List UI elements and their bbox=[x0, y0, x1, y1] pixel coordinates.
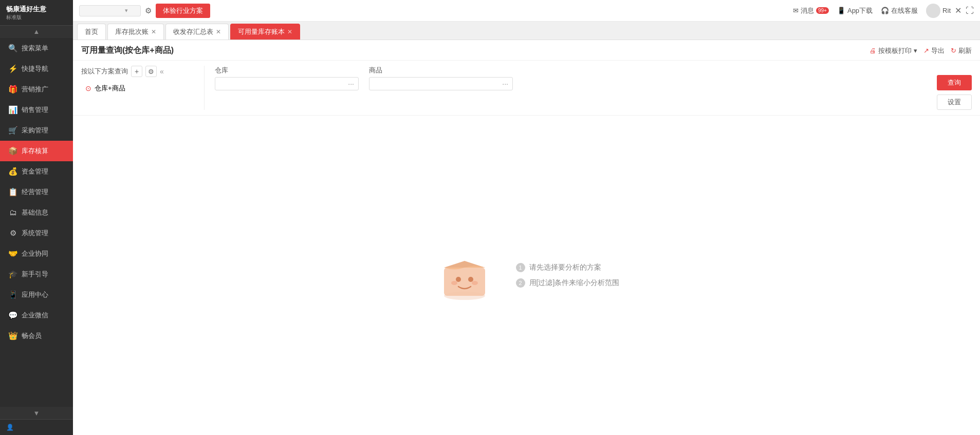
sidebar-item-wechat[interactable]: 💬 企业微信 bbox=[0, 305, 73, 326]
scheme-label: 仓库+商品 bbox=[95, 84, 125, 93]
sidebar-item-enterprise[interactable]: 🤝 企业协同 bbox=[0, 243, 73, 264]
tab-available[interactable]: 可用量库存账本 ✕ bbox=[230, 24, 300, 40]
system-icon: ⚙ bbox=[8, 229, 17, 238]
tab-summary-close[interactable]: ✕ bbox=[216, 29, 221, 35]
filter-add-button[interactable]: + bbox=[131, 66, 142, 77]
member-icon: 👑 bbox=[8, 331, 17, 341]
purchase-icon: 🛒 bbox=[8, 126, 17, 135]
tab-home[interactable]: 首页 bbox=[77, 24, 106, 40]
page-actions: 🖨 按模板打印 ▾ ↗ 导出 ↻ 刷新 bbox=[870, 46, 972, 55]
sidebar-item-label: 系统管理 bbox=[22, 229, 48, 238]
sidebar-item-label: 基础信息 bbox=[22, 208, 48, 217]
warehouse-input-box[interactable]: ··· bbox=[215, 77, 359, 90]
app-label: App下载 bbox=[847, 6, 873, 15]
topbar-right: ✉ 消息 99+ 📱 App下载 🎧 在线客服 Rit bbox=[793, 4, 951, 18]
filter-collapse-button[interactable]: « bbox=[160, 67, 164, 75]
warehouse-field-label: 仓库 bbox=[215, 66, 359, 75]
empty-tips: 1 请先选择要分析的方案 2 用[过滤]条件来缩小分析范围 bbox=[516, 263, 620, 288]
user-name: Rit bbox=[942, 7, 951, 14]
sidebar-item-inventory[interactable]: 📦 库存核算 bbox=[0, 141, 73, 161]
sidebar-item-label: 畅会员 bbox=[22, 331, 42, 341]
user-profile[interactable]: Rit bbox=[926, 4, 951, 18]
goods-more-icon[interactable]: ··· bbox=[502, 80, 508, 88]
print-button[interactable]: 🖨 按模板打印 ▾ bbox=[870, 46, 917, 55]
empty-tip-1: 1 请先选择要分析的方案 bbox=[516, 263, 620, 272]
app-download-button[interactable]: 📱 App下载 bbox=[837, 6, 873, 15]
window-expand-button[interactable]: ⛶ bbox=[966, 6, 974, 15]
sidebar-item-purchase[interactable]: 🛒 采购管理 bbox=[0, 120, 73, 141]
sidebar-item-system[interactable]: ⚙ 系统管理 bbox=[0, 223, 73, 243]
tab-summary[interactable]: 收发存汇总表 ✕ bbox=[165, 24, 229, 40]
tab-available-close[interactable]: ✕ bbox=[287, 29, 292, 35]
service-icon: 🎧 bbox=[881, 7, 889, 14]
enterprise-icon: 🤝 bbox=[8, 249, 17, 258]
window-close-button[interactable]: ✕ bbox=[955, 6, 961, 15]
tab-batch-close[interactable]: ✕ bbox=[151, 29, 156, 35]
sidebar-item-label: 应用中心 bbox=[22, 290, 48, 299]
message-button[interactable]: ✉ 消息 99+ bbox=[793, 6, 829, 15]
sidebar-item-guide[interactable]: 🎓 新手引导 bbox=[0, 264, 73, 285]
print-chevron-icon: ▾ bbox=[914, 47, 917, 54]
sidebar-scroll-up[interactable]: ▲ bbox=[0, 26, 73, 38]
refresh-button[interactable]: ↻ 刷新 bbox=[951, 46, 972, 55]
filter-label: 按以下方案查询 + ⚙ « bbox=[81, 66, 198, 77]
sales-icon: 📊 bbox=[8, 105, 17, 115]
empty-state: 1 请先选择要分析的方案 2 用[过滤]条件来缩小分析范围 bbox=[73, 116, 980, 435]
finance-icon: 💰 bbox=[8, 167, 17, 176]
sidebar-item-label: 企业协同 bbox=[22, 249, 48, 258]
sidebar-item-basic[interactable]: 🗂 基础信息 bbox=[0, 202, 73, 223]
guide-icon: 🎓 bbox=[8, 270, 17, 279]
online-service-button[interactable]: 🎧 在线客服 bbox=[881, 6, 918, 15]
logo-sub: 标准版 bbox=[6, 14, 67, 21]
sidebar-scroll-down[interactable]: ▼ bbox=[0, 407, 73, 419]
goods-input[interactable] bbox=[374, 80, 502, 88]
sidebar-item-search[interactable]: 🔍 搜索菜单 bbox=[0, 38, 73, 59]
sidebar-item-label: 新手引导 bbox=[22, 270, 48, 279]
tab-available-label: 可用量库存账本 bbox=[238, 27, 285, 36]
sidebar: 畅康通好生意 标准版 ▲ 🔍 搜索菜单 ⚡ 快捷导航 🎁 营销推广 📊 销售管理… bbox=[0, 0, 73, 435]
chevron-down-icon[interactable]: ▾ bbox=[125, 7, 128, 14]
tab-batch[interactable]: 库存批次账 ✕ bbox=[107, 24, 164, 40]
tip-num-2: 2 bbox=[516, 278, 525, 288]
sidebar-item-label: 库存核算 bbox=[22, 146, 48, 156]
tip-text-2: 用[过滤]条件来缩小分析范围 bbox=[529, 278, 620, 288]
sidebar-item-label: 快捷导航 bbox=[22, 64, 48, 73]
gear-icon[interactable]: ⚙ bbox=[145, 6, 152, 15]
export-button[interactable]: ↗ 导出 bbox=[923, 46, 945, 55]
topbar-search-input[interactable] bbox=[84, 7, 125, 14]
scheme-icon: ⊙ bbox=[85, 84, 91, 92]
sidebar-item-finance[interactable]: 💰 资金管理 bbox=[0, 161, 73, 182]
topbar: ▾ ⚙ 体验行业方案 ✉ 消息 99+ 📱 App下载 🎧 在线客服 Rit ✕ bbox=[73, 0, 980, 22]
svg-point-5 bbox=[472, 281, 478, 285]
export-label: 导出 bbox=[931, 46, 945, 55]
sidebar-item-label: 销售管理 bbox=[22, 105, 48, 115]
refresh-icon: ↻ bbox=[951, 47, 956, 54]
sidebar-item-operation[interactable]: 📋 经营管理 bbox=[0, 182, 73, 202]
filter-scheme-item[interactable]: ⊙ 仓库+商品 bbox=[81, 81, 198, 96]
quick-nav-icon: ⚡ bbox=[8, 64, 17, 73]
settings-button[interactable]: 设置 bbox=[937, 94, 972, 110]
sidebar-item-sales[interactable]: 📊 销售管理 bbox=[0, 100, 73, 120]
wechat-icon: 💬 bbox=[8, 311, 17, 320]
tab-home-label: 首页 bbox=[85, 27, 98, 36]
warehouse-input[interactable] bbox=[219, 80, 348, 88]
sidebar-bottom: 👤 bbox=[0, 419, 73, 435]
sidebar-item-quick-nav[interactable]: ⚡ 快捷导航 bbox=[0, 59, 73, 79]
sidebar-item-marketing[interactable]: 🎁 营销推广 bbox=[0, 79, 73, 100]
avatar bbox=[926, 4, 940, 18]
trial-industry-button[interactable]: 体验行业方案 bbox=[156, 4, 210, 18]
sidebar-item-member[interactable]: 👑 畅会员 bbox=[0, 326, 73, 346]
sidebar-item-label: 企业微信 bbox=[22, 311, 48, 320]
query-button[interactable]: 查询 bbox=[937, 75, 972, 90]
sidebar-item-label: 搜索菜单 bbox=[22, 44, 48, 53]
goods-input-box[interactable]: ··· bbox=[369, 77, 513, 90]
filter-scheme-settings-button[interactable]: ⚙ bbox=[145, 66, 157, 77]
topbar-search-box[interactable]: ▾ bbox=[79, 5, 141, 16]
refresh-label: 刷新 bbox=[958, 46, 972, 55]
warehouse-more-icon[interactable]: ··· bbox=[348, 80, 354, 88]
svg-point-3 bbox=[468, 277, 473, 282]
empty-tip-2: 2 用[过滤]条件来缩小分析范围 bbox=[516, 278, 620, 288]
sidebar-item-apps[interactable]: 📱 应用中心 bbox=[0, 285, 73, 305]
message-label: 消息 bbox=[801, 6, 814, 15]
empty-illustration bbox=[434, 244, 495, 306]
